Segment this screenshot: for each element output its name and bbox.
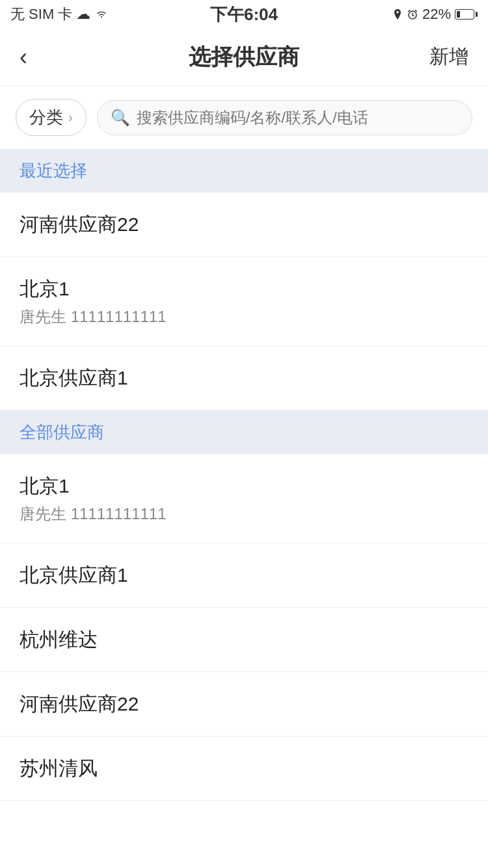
add-button[interactable]: 新增 xyxy=(429,44,468,70)
item-name: 河南供应商22 xyxy=(20,211,468,238)
item-name: 北京供应商1 xyxy=(20,562,468,589)
search-input[interactable] xyxy=(137,109,459,127)
filter-row: 分类 › 🔍 xyxy=(0,86,488,149)
item-name: 北京1 xyxy=(20,275,468,303)
category-button[interactable]: 分类 › xyxy=(16,99,87,136)
list-item[interactable]: 苏州清风 xyxy=(0,737,488,801)
sim-label: 无 SIM 卡 ☁ xyxy=(10,5,90,24)
page-title: 选择供应商 xyxy=(189,42,299,72)
list-item[interactable]: 河南供应商22 xyxy=(0,672,488,737)
category-label: 分类 xyxy=(29,106,63,129)
location-icon xyxy=(392,8,403,20)
chevron-right-icon: › xyxy=(68,110,73,125)
list-item[interactable]: 河南供应商22 xyxy=(0,193,488,257)
list-item[interactable]: 北京1唐先生 11111111111 xyxy=(0,454,488,543)
all-list: 北京1唐先生 11111111111北京供应商1杭州维达河南供应商22苏州清风 xyxy=(0,454,488,801)
list-item[interactable]: 杭州维达 xyxy=(0,608,488,672)
item-name: 杭州维达 xyxy=(20,626,468,653)
item-sub: 唐先生 11111111111 xyxy=(20,504,468,524)
status-right: 22% xyxy=(392,6,478,23)
list-item[interactable]: 北京供应商1 xyxy=(0,543,488,608)
item-name: 河南供应商22 xyxy=(20,690,468,718)
battery-percent: 22% xyxy=(422,6,451,23)
item-name: 北京1 xyxy=(20,472,468,500)
item-name: 苏州清风 xyxy=(20,755,468,782)
search-box[interactable]: 🔍 xyxy=(97,100,472,135)
battery-indicator xyxy=(455,9,478,20)
nav-bar: ‹ 选择供应商 新增 xyxy=(0,29,488,86)
status-time: 下午6:04 xyxy=(210,3,278,26)
recent-section-header: 最近选择 xyxy=(0,149,488,193)
recent-list: 河南供应商22北京1唐先生 11111111111北京供应商1 xyxy=(0,193,488,411)
wifi-icon xyxy=(96,10,107,19)
list-item[interactable]: 北京1唐先生 11111111111 xyxy=(0,257,488,346)
list-item[interactable]: 北京供应商1 xyxy=(0,346,488,411)
all-section-header: 全部供应商 xyxy=(0,411,488,454)
item-sub: 唐先生 11111111111 xyxy=(20,306,468,327)
item-name: 北京供应商1 xyxy=(20,364,468,392)
search-icon: 🔍 xyxy=(111,109,130,127)
status-bar: 无 SIM 卡 ☁ 下午6:04 22% xyxy=(0,0,488,29)
back-button[interactable]: ‹ xyxy=(20,44,59,71)
status-left: 无 SIM 卡 ☁ xyxy=(10,5,107,24)
alarm-icon xyxy=(407,8,418,20)
